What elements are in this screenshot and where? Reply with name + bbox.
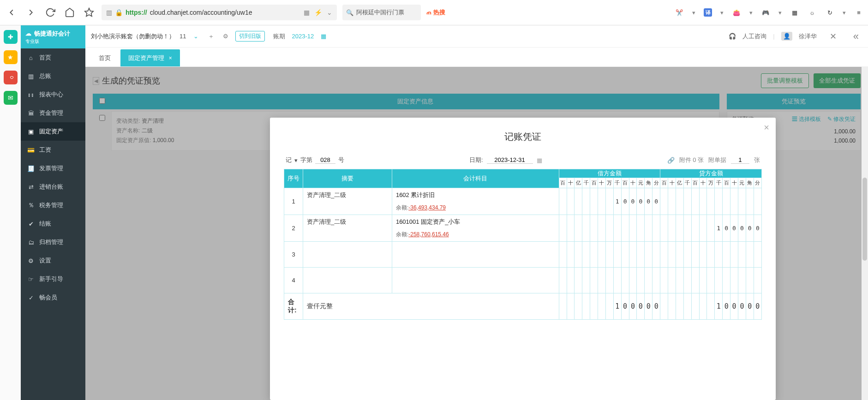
back-button[interactable] [5, 6, 18, 19]
hot-search-badge[interactable]: ጠ 热搜 [426, 8, 445, 17]
url-dropdown-icon[interactable]: ⌄ [327, 9, 332, 16]
wallet-icon[interactable]: 👛 [732, 8, 741, 17]
url-path: cloud.chanjet.com/accounting/uw1e [150, 9, 252, 16]
gamepad-icon[interactable]: 🎮 [761, 8, 770, 17]
search-placeholder: 阿根廷中国行门票 [356, 8, 404, 17]
apps-icon[interactable]: ▦ [790, 8, 799, 17]
fire-icon: ጠ [426, 9, 431, 16]
home-button[interactable] [63, 6, 77, 19]
history-icon[interactable]: ↻ [825, 8, 834, 17]
shield-icon: ▥ [106, 9, 112, 16]
reload-button[interactable] [43, 6, 57, 19]
menu-icon[interactable]: ≡ [854, 8, 863, 17]
svg-marker-0 [85, 8, 93, 16]
qr-icon[interactable]: ▦ [304, 9, 310, 16]
address-bar[interactable]: ▥ 🔒 https://cloud.chanjet.com/accounting… [102, 5, 337, 20]
search-icon: 🔍 [346, 9, 353, 16]
url-scheme: https:// [126, 9, 147, 16]
browser-toolbar: ▥ 🔒 https://cloud.chanjet.com/accounting… [0, 0, 868, 25]
browser-extensions: ✂️▾ 译▾ 👛▾ 🎮▾ ▦ ☼ ↻▾ ≡ [675, 8, 863, 17]
forward-button[interactable] [24, 6, 38, 19]
favorite-button[interactable] [82, 6, 96, 19]
brightness-icon[interactable]: ☼ [808, 8, 817, 17]
lock-icon: 🔒 [115, 9, 123, 16]
browser-search[interactable]: 🔍 阿根廷中国行门票 [342, 5, 421, 20]
scissors-icon[interactable]: ✂️ [675, 8, 684, 17]
translate-icon[interactable]: 译 [704, 8, 712, 17]
bolt-icon[interactable]: ⚡ [314, 9, 322, 16]
